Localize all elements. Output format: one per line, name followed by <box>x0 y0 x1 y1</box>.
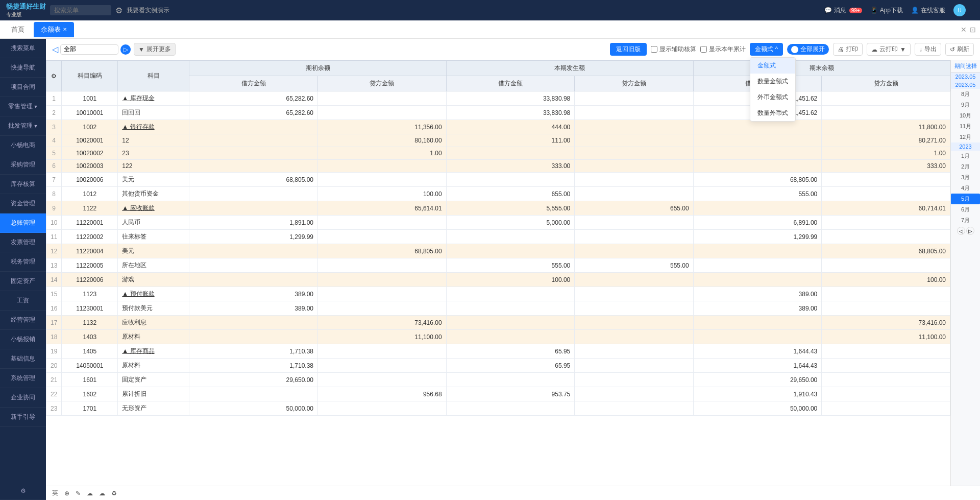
row-subject: 122 <box>118 160 189 173</box>
period-month-item[interactable]: 6月 <box>951 204 980 215</box>
yearly-checkbox-input[interactable] <box>700 46 707 53</box>
sidebar-item-finance[interactable]: 资金管理 <box>0 194 46 213</box>
cloud-print-btn[interactable]: ☁ 云打印 ▼ <box>867 43 911 56</box>
toolbar-left: ◁ ▷ ▼ 展开更多 <box>52 43 176 56</box>
back-old-version-btn[interactable]: 返回旧版 <box>610 43 647 56</box>
auxiliary-accounting-checkbox[interactable]: 显示辅助核算 <box>651 45 696 54</box>
sidebar-item-wholesale[interactable]: 批发管理▼ <box>0 116 46 136</box>
sidebar-item-ecommerce[interactable]: 小畅电商 <box>0 136 46 155</box>
row-close-credit <box>822 301 950 316</box>
sidebar-item-project[interactable]: 项目合同 <box>0 78 46 97</box>
sidebar-item-purchase[interactable]: 采购管理 <box>0 155 46 175</box>
row-subject[interactable]: ▲ 应收账款 <box>118 201 189 216</box>
row-close-credit: 11,100.00 <box>822 330 950 344</box>
row-open-debit <box>189 258 318 273</box>
auxiliary-checkbox-input[interactable] <box>651 46 657 53</box>
account-search-input[interactable] <box>64 46 115 53</box>
row-cur-credit <box>575 91 693 106</box>
message-btn[interactable]: 💬 消息 99+ <box>824 6 862 15</box>
row-code: 1001 <box>62 91 118 106</box>
sidebar-item-inventory[interactable]: 库存核算 <box>0 175 46 194</box>
expand-all-toggle[interactable]: 全部展开 <box>787 44 829 55</box>
period-prev-btn[interactable]: ◁ <box>957 227 965 235</box>
sidebar-item-ops[interactable]: 经营管理 <box>0 311 46 330</box>
period-month-item[interactable]: 2月 <box>951 161 980 172</box>
sidebar-item-guide[interactable]: 新手引导 <box>0 408 46 427</box>
cloud-icon-2[interactable]: ☁ <box>99 490 105 497</box>
table-settings-icon[interactable]: ⚙ <box>51 73 57 80</box>
close-window-btn[interactable]: ✕ <box>961 26 967 34</box>
period-month-item[interactable]: 11月 <box>951 121 980 132</box>
refresh-btn[interactable]: ↺ 刷新 <box>945 43 974 56</box>
row-cur-debit <box>446 401 575 416</box>
period-month-item[interactable]: 1月 <box>951 151 980 161</box>
lang-icon[interactable]: 英 <box>52 489 58 497</box>
maximize-btn[interactable]: ⊡ <box>970 26 976 34</box>
period-month-item[interactable]: 5月 <box>951 194 980 204</box>
yearly-total-checkbox[interactable]: 显示本年累计 <box>700 45 746 54</box>
tab-home[interactable]: 首页 <box>4 22 32 37</box>
cloud-print-icon: ☁ <box>871 46 877 53</box>
dropdown-item-foreign-amount[interactable]: 外币金额式 <box>750 89 795 105</box>
row-subject: 游戏 <box>118 273 189 287</box>
period-month-item[interactable]: 9月 <box>951 100 980 110</box>
row-open-credit <box>318 301 447 316</box>
period-month-item[interactable]: 3月 <box>951 172 980 183</box>
settings-icon[interactable]: ⚙ <box>115 6 122 15</box>
dropdown-item-qty-amount[interactable]: 数量金额式 <box>750 74 795 89</box>
sidebar-item-invoice[interactable]: 发票管理 <box>0 233 46 252</box>
sidebar-item-search[interactable]: 搜索菜单 <box>0 39 46 58</box>
recycle-icon[interactable]: ♻ <box>111 490 117 497</box>
sidebar-item-ledger[interactable]: 总账管理 <box>0 213 46 233</box>
sidebar-item-assets[interactable]: 固定资产 <box>0 272 46 291</box>
row-subject[interactable]: ▲ 预付账款 <box>118 287 189 301</box>
table-body: 1 1001 ▲ 库存现金 65,282.60 33,830.98 31,451… <box>46 91 950 416</box>
row-open-debit: 1,710.38 <box>189 344 318 359</box>
row-close-credit <box>822 173 950 187</box>
dropdown-item-qty-foreign[interactable]: 数量外币式 <box>750 105 795 121</box>
period-next-btn[interactable]: ▷ <box>966 227 974 235</box>
export-btn[interactable]: ↓ 导出 <box>915 43 941 56</box>
toolbar: ◁ ▷ ▼ 展开更多 返回旧版 显示辅助核算 <box>46 39 980 60</box>
tab-balance[interactable]: 余额表 ✕ <box>34 22 74 37</box>
period-year-start[interactable]: 2023.05 <box>951 73 980 81</box>
cloud-icon-1[interactable]: ☁ <box>87 490 93 497</box>
top-bar-right: 💬 消息 99+ 📱 App下载 👤 在线客服 U <box>824 4 974 16</box>
sidebar-item-retail[interactable]: 零售管理▼ <box>0 97 46 116</box>
row-subject[interactable]: ▲ 库存现金 <box>118 91 189 106</box>
sidebar-item-system[interactable]: 系统管理 <box>0 369 46 388</box>
row-open-debit <box>189 187 318 201</box>
period-year-end[interactable]: 2023.05 <box>951 81 980 89</box>
add-icon[interactable]: ⊕ <box>64 490 69 497</box>
edit-icon[interactable]: ✎ <box>76 490 81 497</box>
mode-btn[interactable]: 金额式 ^ <box>750 43 783 56</box>
expand-more-btn[interactable]: ▼ 展开更多 <box>134 43 176 56</box>
sidebar-item-coop[interactable]: 企业协同 <box>0 388 46 408</box>
demo-link[interactable]: 我要看实例演示 <box>127 6 169 15</box>
row-subject[interactable]: ▲ 银行存款 <box>118 120 189 134</box>
nav-back-icon[interactable]: ◁ <box>52 44 58 54</box>
sidebar-item-sales[interactable]: 小畅报销 <box>0 330 46 349</box>
sidebar-item-basic[interactable]: 基础信息 <box>0 349 46 369</box>
user-avatar[interactable]: U <box>953 4 966 16</box>
sidebar-item-quicknav[interactable]: 快捷导航 <box>0 58 46 78</box>
period-year-label[interactable]: 2023 <box>951 142 980 151</box>
print-btn[interactable]: 🖨 打印 <box>833 43 863 56</box>
sidebar-settings-btn[interactable]: ⚙ <box>0 482 46 500</box>
online-service-btn[interactable]: 👤 在线客服 <box>911 6 945 15</box>
sidebar-item-tax[interactable]: 税务管理 <box>0 252 46 272</box>
dropdown-item-amount[interactable]: 金额式 <box>750 58 795 74</box>
tab-close-balance[interactable]: ✕ <box>63 27 67 32</box>
period-month-item[interactable]: 12月 <box>951 132 980 142</box>
period-month-item[interactable]: 8月 <box>951 89 980 100</box>
row-no: 7 <box>46 173 62 187</box>
row-subject[interactable]: ▲ 库存商品 <box>118 344 189 359</box>
period-month-item[interactable]: 7月 <box>951 215 980 226</box>
period-month-item[interactable]: 4月 <box>951 183 980 194</box>
row-no: 12 <box>46 244 62 258</box>
top-search-input[interactable] <box>50 5 111 15</box>
app-download-btn[interactable]: 📱 App下载 <box>870 6 903 15</box>
sidebar-item-payroll[interactable]: 工资 <box>0 291 46 311</box>
account-search-btn[interactable]: ▷ <box>120 44 131 55</box>
period-month-item[interactable]: 10月 <box>951 110 980 121</box>
